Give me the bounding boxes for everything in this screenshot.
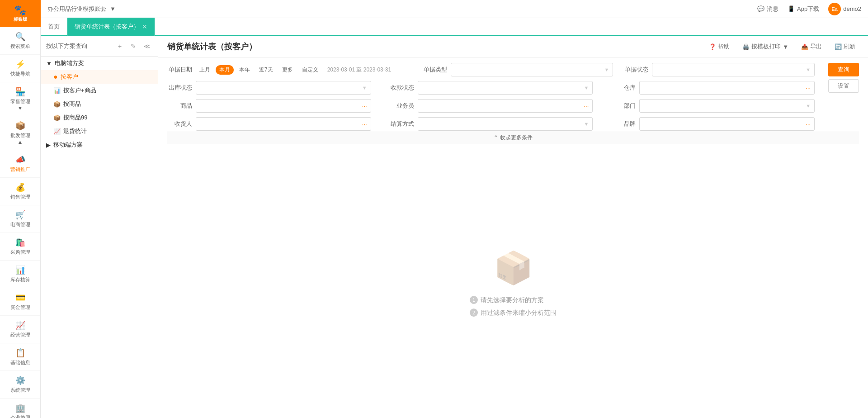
tree-children-desktop: ● 按客户 📊 按客户+商品 📦 按商品 📦 按商品99 📈 退货统 — [41, 70, 158, 138]
warehouse-input[interactable]: ··· — [639, 81, 815, 95]
print-btn[interactable]: 🖨️ 按模板打印 ▼ — [739, 41, 792, 52]
sidebar-item-search[interactable]: 🔍 搜索菜单 — [0, 27, 40, 55]
edit-scheme-btn[interactable]: ✎ — [128, 41, 139, 52]
logo: 🐾 标账版 — [0, 0, 41, 27]
return-stats-icon: 📈 — [53, 128, 61, 135]
tree-group-mobile[interactable]: ▶ 移动端方案 — [41, 138, 158, 152]
sidebar-item-marketing[interactable]: 📣 营销推广 — [0, 150, 40, 178]
user-name: demo2 — [843, 5, 861, 12]
sidebar-item-basic[interactable]: 📋 基础信息 — [0, 343, 40, 371]
tree-item-return-stats[interactable]: 📈 退货统计 — [41, 124, 158, 138]
edit-icon: ✎ — [131, 43, 136, 50]
settings-btn[interactable]: 设置 — [828, 79, 859, 93]
date-btn-thismonth[interactable]: 本月 — [216, 65, 234, 75]
goods-input[interactable]: ··· — [196, 99, 371, 113]
return-stats-label: 退货统计 — [63, 127, 87, 135]
tip-text-1: 请先选择要分析的方案 — [481, 294, 544, 306]
date-btn-more[interactable]: 更多 — [278, 65, 297, 75]
sidebar-item-inventory[interactable]: 📊 库存核算 — [0, 261, 40, 288]
app-download-btn[interactable]: 📱 App下载 — [788, 5, 819, 13]
avatar: Ea — [828, 3, 841, 15]
sidebar-item-wholesale[interactable]: 📦 批发管理 ▲ — [0, 116, 40, 150]
sidebar-item-system[interactable]: ⚙️ 系统管理 — [0, 371, 40, 399]
refresh-label: 刷新 — [844, 43, 855, 51]
tree-group-desktop[interactable]: ▼ 电脑端方案 — [41, 57, 158, 70]
quicknav-icon: ⚡ — [15, 59, 25, 69]
collect-status-select[interactable]: ▼ — [418, 81, 593, 95]
basic-icon: 📋 — [15, 348, 25, 358]
sidebar-item-enterprise[interactable]: 🏢 企业协同 — [0, 399, 40, 418]
help-btn[interactable]: ❓ 帮助 — [705, 41, 733, 52]
collapse-row[interactable]: ⌃ 收起更多条件 — [167, 131, 859, 144]
empty-tips: 1 请先选择要分析的方案 2 用过滤条件来缩小分析范围 — [470, 294, 557, 319]
sidebar-operation-label: 经营管理 — [10, 332, 30, 338]
date-btn-thisyear[interactable]: 本年 — [236, 65, 254, 75]
tree-item-by-customer[interactable]: ● 按客户 — [41, 70, 158, 84]
tab-home-label: 首页 — [48, 23, 60, 31]
tab-maximize-icon[interactable]: ⤢ — [858, 23, 863, 30]
sidebar-item-ecommerce[interactable]: 🛒 电商管理 — [0, 205, 40, 233]
date-btn-7days[interactable]: 近7天 — [255, 65, 277, 75]
by-goods99-icon: 📦 — [53, 114, 61, 121]
sidebar-item-quicknav[interactable]: ⚡ 快捷导航 — [0, 55, 40, 82]
tab-close-icon[interactable]: ✕ — [142, 24, 147, 30]
print-icon: 🖨️ — [742, 43, 750, 50]
dept-arrow: ▼ — [806, 103, 811, 109]
tree-item-by-goods[interactable]: 📦 按商品 — [41, 97, 158, 111]
date-quick-btns: 上月 本月 本年 近7天 更多 自定义 — [196, 65, 322, 75]
export-btn[interactable]: 📤 导出 — [797, 41, 826, 52]
by-goods-icon: 📦 — [53, 101, 61, 108]
tree-item-by-customer-goods[interactable]: 📊 按客户+商品 — [41, 84, 158, 97]
collect-status-label: 收款状态 — [389, 84, 414, 92]
date-label: 单据日期 — [167, 66, 192, 74]
settle-select[interactable]: ▼ — [418, 117, 593, 131]
tree-mobile-label: 移动端方案 — [53, 141, 83, 149]
salesman-input[interactable]: ··· — [418, 99, 593, 113]
dept-select[interactable]: ▼ — [639, 99, 815, 113]
date-btn-lastmonth[interactable]: 上月 — [196, 65, 214, 75]
filter-row-date: 单据日期 上月 本月 本年 近7天 更多 自定义 2023-03-01 至 20… — [167, 63, 815, 76]
search-icon: 🔍 — [15, 32, 25, 42]
user-profile[interactable]: Ea demo2 — [828, 3, 861, 15]
sidebar-item-operation[interactable]: 📈 经营管理 — [0, 316, 40, 343]
sidebar-item-sales[interactable]: 💰 销售管理 — [0, 178, 40, 205]
order-type-select[interactable]: ▼ — [451, 63, 613, 76]
page-actions: ❓ 帮助 🖨️ 按模板打印 ▼ 📤 导出 🔄 刷新 — [705, 41, 859, 52]
sidebar-finance-label: 资金管理 — [10, 304, 30, 311]
collapse-up-icon: ⌃ — [494, 134, 498, 141]
date-btn-custom[interactable]: 自定义 — [298, 65, 322, 75]
collapse-panel-btn[interactable]: ≪ — [142, 41, 152, 52]
system-icon: ⚙️ — [15, 375, 25, 385]
tab-minimize-icon[interactable]: ─ — [849, 23, 854, 31]
sidebar-item-purchase[interactable]: 🛍️ 采购管理 — [0, 233, 40, 261]
refresh-btn[interactable]: 🔄 刷新 — [831, 41, 859, 52]
tab-home[interactable]: 首页 — [41, 18, 67, 36]
tab-sales-report[interactable]: 销货单统计表（按客户） ✕ — [67, 18, 155, 36]
sidebar-inventory-label: 库存核算 — [10, 276, 30, 283]
sidebar-sales-label: 销售管理 — [10, 194, 30, 200]
ecommerce-icon: 🛒 — [15, 210, 25, 220]
industry-dropdown-icon[interactable]: ▼ — [110, 5, 116, 12]
sidebar-item-finance[interactable]: 💳 资金管理 — [0, 288, 40, 316]
query-btn[interactable]: 查询 — [828, 63, 859, 76]
help-icon: ❓ — [709, 43, 716, 50]
tree-item-by-goods99[interactable]: 📦 按商品99 — [41, 111, 158, 124]
print-dropdown-icon: ▼ — [783, 43, 788, 50]
add-scheme-btn[interactable]: + — [114, 41, 125, 52]
consignee-input[interactable]: ··· — [196, 117, 371, 131]
order-status-select[interactable]: ▼ — [652, 63, 815, 76]
sidebar-purchase-label: 采购管理 — [10, 249, 30, 256]
left-panel-actions: + ✎ ≪ — [114, 41, 152, 52]
order-type-label: 单据类型 — [422, 66, 447, 74]
brand-input[interactable]: ··· — [639, 117, 815, 131]
out-status-select[interactable]: ▼ — [196, 81, 371, 95]
collapse-label: 收起更多条件 — [500, 134, 533, 141]
enterprise-icon: 🏢 — [15, 403, 25, 413]
filter-row-4: 收货人 ··· 结算方式 ▼ — [167, 117, 815, 131]
message-icon: 💬 — [757, 5, 764, 12]
message-btn[interactable]: 💬 消息 — [757, 5, 778, 13]
wholesale-icon: 📦 — [15, 121, 25, 131]
tabs-bar: 首页 销货单统计表（按客户） ✕ ─ ⤢ — [41, 18, 868, 36]
sidebar-item-retail[interactable]: 🏪 零售管理 ▼ — [0, 82, 40, 116]
print-label: 按模板打印 — [751, 43, 781, 51]
